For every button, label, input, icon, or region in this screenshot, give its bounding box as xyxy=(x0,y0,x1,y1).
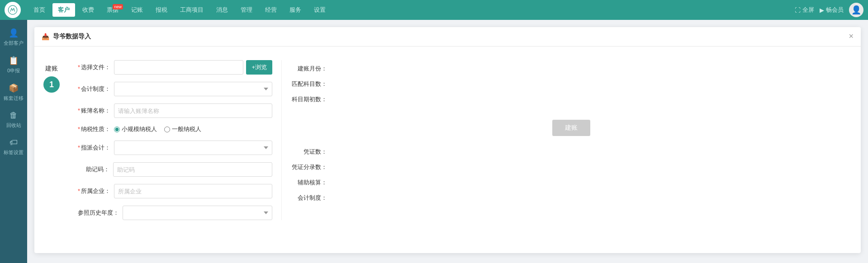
nav-item-fee[interactable]: 收费 xyxy=(77,3,100,17)
nav-item-tax[interactable]: 报税 xyxy=(150,3,173,17)
tags-icon: 🏷 xyxy=(9,138,18,147)
history-year-select[interactable] xyxy=(123,206,272,220)
tax-type-label: *纳税性质： xyxy=(78,125,110,133)
voucher-entries-row: 凭证分录数： xyxy=(291,163,852,171)
history-year-label: 参照历史年度： xyxy=(78,209,119,217)
radio-general-taxpayer[interactable]: 一般纳税人 xyxy=(164,125,201,133)
form-section: *选择文件： +浏览 *会计制度： xyxy=(78,60,272,220)
main-content: 📥 导爷数据导入 × 建账 1 *选择文件： +浏览 xyxy=(27,20,868,263)
nav-item-ticket[interactable]: 票据 new xyxy=(101,3,124,17)
company-row: *所属企业： xyxy=(78,184,272,198)
accountant-select[interactable] xyxy=(114,141,272,155)
fullscreen-icon: ⛶ xyxy=(795,7,801,14)
step-section: 建账 1 xyxy=(43,60,69,220)
nav-item-settings[interactable]: 设置 xyxy=(308,3,331,17)
sidebar-item-all-clients[interactable]: 👤 全部客户 xyxy=(1,24,26,50)
auxiliary-label: 辅助核算： xyxy=(291,178,327,187)
dialog-title-icon: 📥 xyxy=(42,33,49,40)
new-badge: new xyxy=(113,4,123,9)
nav-item-client[interactable]: 客户 xyxy=(52,3,75,17)
step-label: 建账 xyxy=(45,65,58,73)
nav-item-commerce[interactable]: 工商项目 xyxy=(175,3,209,17)
subjects-initial-row: 科目期初数： xyxy=(291,95,852,103)
file-input-group: +浏览 xyxy=(114,60,272,75)
step-circle: 1 xyxy=(43,76,60,93)
nav-item-message[interactable]: 消息 xyxy=(211,3,233,17)
auxiliary-row: 辅助核算： xyxy=(291,178,852,187)
report-icon: 📋 xyxy=(9,56,19,66)
fullscreen-button[interactable]: ⛶ 全屏 xyxy=(795,6,814,14)
voucher-count-row: 凭证数： xyxy=(291,148,852,156)
nav-item-admin[interactable]: 管理 xyxy=(235,3,258,17)
company-label: *所属企业： xyxy=(78,187,110,195)
sidebar-item-tags[interactable]: 🏷 标签设置 xyxy=(1,134,26,160)
clients-icon: 👤 xyxy=(9,28,19,38)
sidebar-item-zero-report[interactable]: 📋 0申报 xyxy=(1,52,26,78)
file-label: *选择文件： xyxy=(78,63,110,71)
nav-right-area: ⛶ 全屏 ▶ 畅会员 👤 xyxy=(795,3,863,17)
top-navigation: 首页 客户 收费 票据 new 记账 报税 工商项目 消息 管理 经营 服务 设… xyxy=(0,0,868,20)
match-subjects-label: 匹配科目数： xyxy=(291,80,327,88)
logo xyxy=(5,2,21,18)
ledger-name-label: *账簿名称： xyxy=(78,107,110,115)
import-dialog: 📥 导爷数据导入 × 建账 1 *选择文件： +浏览 xyxy=(34,27,861,253)
nav-menu: 首页 客户 收费 票据 new 记账 报税 工商项目 消息 管理 经营 服务 设… xyxy=(28,3,795,17)
build-account-button[interactable]: 建账 xyxy=(552,120,590,136)
sidebar-item-account-migration[interactable]: 📦 账套迁移 xyxy=(1,80,26,105)
info-section: 建账月份： 匹配科目数： 科目期初数： 建账 凭证数： xyxy=(281,60,852,220)
memo-row: 助记码： xyxy=(78,162,272,177)
membership-button[interactable]: ▶ 畅会员 xyxy=(820,6,844,14)
accounting-system-label: 会计制度： xyxy=(291,194,327,202)
file-input[interactable] xyxy=(114,60,243,75)
build-month-row: 建账月份： xyxy=(291,65,852,73)
ledger-name-row: *账簿名称： xyxy=(78,103,272,118)
match-subjects-row: 匹配科目数： xyxy=(291,80,852,88)
accountant-row: *指派会计： xyxy=(78,141,272,155)
file-row: *选择文件： +浏览 xyxy=(78,60,272,75)
voucher-count-label: 凭证数： xyxy=(291,148,327,156)
tax-type-row: *纳税性质： 小规模纳税人 一般纳税人 xyxy=(78,125,272,133)
dialog-body: 建账 1 *选择文件： +浏览 *会计制 xyxy=(34,47,861,234)
user-avatar[interactable]: 👤 xyxy=(849,3,863,17)
membership-icon: ▶ xyxy=(820,7,824,14)
sidebar-item-recycle[interactable]: 🗑 回收站 xyxy=(1,107,26,132)
nav-item-operation[interactable]: 经营 xyxy=(260,3,282,17)
memo-input[interactable] xyxy=(113,162,272,177)
dialog-header: 📥 导爷数据导入 xyxy=(34,27,861,47)
accounting-label: *会计制度： xyxy=(78,85,110,93)
migration-icon: 📦 xyxy=(9,83,19,93)
radio-small-taxpayer[interactable]: 小规模纳税人 xyxy=(114,125,157,133)
close-button[interactable]: × xyxy=(849,32,854,41)
dialog-title: 导爷数据导入 xyxy=(53,33,91,41)
accountant-label: *指派会计： xyxy=(78,144,110,152)
ledger-name-input[interactable] xyxy=(114,103,272,118)
tax-radio-group: 小规模纳税人 一般纳税人 xyxy=(114,125,272,133)
company-input[interactable] xyxy=(114,184,272,198)
browse-button[interactable]: +浏览 xyxy=(246,60,272,75)
nav-item-service[interactable]: 服务 xyxy=(284,3,307,17)
build-month-label: 建账月份： xyxy=(291,65,327,73)
accounting-row: *会计制度： xyxy=(78,82,272,96)
accounting-system-row: 会计制度： xyxy=(291,194,852,202)
accounting-select[interactable] xyxy=(114,82,272,96)
voucher-entries-label: 凭证分录数： xyxy=(291,163,327,171)
sidebar: 👤 全部客户 📋 0申报 📦 账套迁移 🗑 回收站 🏷 标签设置 xyxy=(0,20,27,263)
memo-label: 助记码： xyxy=(78,165,109,174)
recycle-icon: 🗑 xyxy=(9,111,18,120)
nav-item-home[interactable]: 首页 xyxy=(28,3,51,17)
history-year-row: 参照历史年度： xyxy=(78,206,272,220)
subjects-initial-label: 科目期初数： xyxy=(291,95,327,103)
nav-item-bookkeeping[interactable]: 记账 xyxy=(126,3,148,17)
